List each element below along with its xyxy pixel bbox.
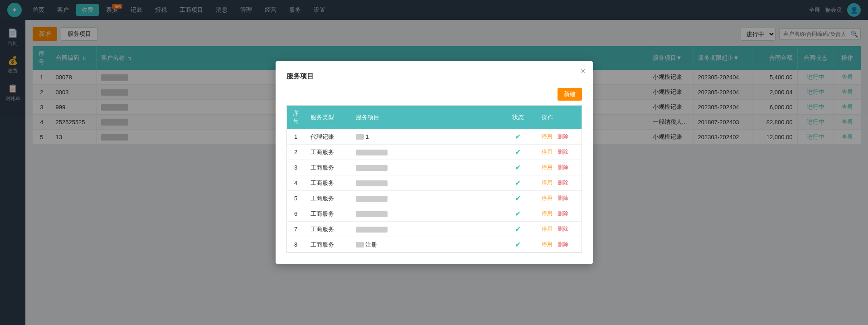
modal-cell-seq: 3 [287,160,305,175]
modal-cell-type: 工商服务 [305,206,350,222]
modal-title: 服务项目 [286,72,582,81]
modal-cell-seq: 7 [287,222,305,237]
stop-button[interactable]: 停用 [542,241,553,248]
modal-cell-type: 工商服务 [305,237,350,252]
modal-overlay[interactable]: × 服务项目 新建 序号 服务类型 服务项目 状态 操作 1 代理记账 [0,0,868,325]
modal-cell-action: 停用 删除 [536,206,582,222]
modal-cell-item: 注册 [350,237,500,252]
modal-table-row: 2 工商服务 ✔ 停用 删除 [287,145,582,160]
status-check-icon: ✔ [515,133,521,141]
status-check-icon: ✔ [515,148,521,156]
stop-button[interactable]: 停用 [542,133,553,141]
modal-th-seq: 序号 [287,106,305,129]
modal-cell-action: 停用 删除 [536,129,582,145]
modal-th-action: 操作 [536,106,582,129]
modal-cell-item [350,222,500,237]
modal-cell-seq: 4 [287,175,305,191]
status-check-icon: ✔ [515,241,521,248]
modal-th-type: 服务类型 [305,106,350,129]
modal-cell-type: 工商服务 [305,145,350,160]
modal-table-row: 4 工商服务 ✔ 停用 删除 [287,175,582,191]
stop-button[interactable]: 停用 [542,225,553,233]
stop-button[interactable]: 停用 [542,164,553,171]
stop-button[interactable]: 停用 [542,210,553,218]
modal-cell-seq: 1 [287,129,305,145]
status-check-icon: ✔ [515,179,521,187]
delete-button[interactable]: 删除 [558,164,568,171]
modal-cell-status: ✔ [500,129,536,145]
modal-table-row: 1 代理记账 1 ✔ 停用 删除 [287,129,582,145]
modal-cell-action: 停用 删除 [536,191,582,206]
modal-cell-type: 工商服务 [305,175,350,191]
delete-button[interactable]: 删除 [558,133,568,141]
delete-button[interactable]: 删除 [558,194,568,202]
modal-cell-item: 1 [350,129,500,145]
modal-table-row: 6 工商服务 ✔ 停用 删除 [287,206,582,222]
modal-cell-action: 停用 删除 [536,175,582,191]
delete-button[interactable]: 删除 [558,241,568,248]
modal-cell-status: ✔ [500,160,536,175]
stop-button[interactable]: 停用 [542,148,553,156]
modal-cell-seq: 6 [287,206,305,222]
modal-table: 序号 服务类型 服务项目 状态 操作 1 代理记账 1 ✔ 停用 删除 2 [287,106,582,252]
modal-table-row: 8 工商服务 注册 ✔ 停用 删除 [287,237,582,252]
modal-th-item: 服务项目 [350,106,500,129]
modal-cell-status: ✔ [500,175,536,191]
modal-cell-status: ✔ [500,191,536,206]
modal-table-row: 7 工商服务 ✔ 停用 删除 [287,222,582,237]
modal-cell-seq: 2 [287,145,305,160]
status-check-icon: ✔ [515,164,521,171]
modal-close-button[interactable]: × [581,67,586,76]
modal-th-status: 状态 [500,106,536,129]
modal-cell-type: 工商服务 [305,222,350,237]
delete-button[interactable]: 删除 [558,179,568,187]
modal-cell-status: ✔ [500,145,536,160]
modal-toolbar: 新建 [286,88,582,101]
modal-cell-item [350,145,500,160]
status-check-icon: ✔ [515,210,521,218]
modal-cell-item [350,191,500,206]
modal-table-row: 5 工商服务 ✔ 停用 删除 [287,191,582,206]
modal-cell-status: ✔ [500,222,536,237]
delete-button[interactable]: 删除 [558,210,568,218]
modal-cell-item [350,175,500,191]
modal-cell-type: 代理记账 [305,129,350,145]
status-check-icon: ✔ [515,225,521,233]
modal-cell-action: 停用 删除 [536,145,582,160]
modal-cell-type: 工商服务 [305,160,350,175]
service-items-modal: × 服务项目 新建 序号 服务类型 服务项目 状态 操作 1 代理记账 [276,61,593,264]
modal-new-button[interactable]: 新建 [558,88,582,101]
status-check-icon: ✔ [515,194,521,202]
modal-cell-seq: 5 [287,191,305,206]
delete-button[interactable]: 删除 [558,225,568,233]
stop-button[interactable]: 停用 [542,194,553,202]
modal-cell-status: ✔ [500,206,536,222]
modal-cell-action: 停用 删除 [536,222,582,237]
modal-cell-action: 停用 删除 [536,237,582,252]
modal-cell-action: 停用 删除 [536,160,582,175]
modal-cell-seq: 8 [287,237,305,252]
modal-table-row: 3 工商服务 ✔ 停用 删除 [287,160,582,175]
stop-button[interactable]: 停用 [542,179,553,187]
delete-button[interactable]: 删除 [558,148,568,156]
modal-cell-item [350,160,500,175]
modal-cell-item [350,206,500,222]
modal-cell-status: ✔ [500,237,536,252]
modal-cell-type: 工商服务 [305,191,350,206]
modal-table-wrapper[interactable]: 序号 服务类型 服务项目 状态 操作 1 代理记账 1 ✔ 停用 删除 2 [286,105,582,253]
